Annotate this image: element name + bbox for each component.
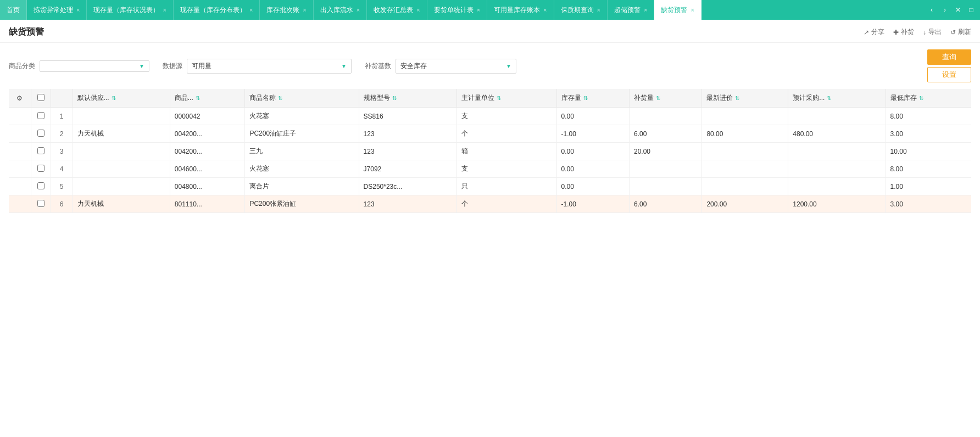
sort-goods-name-icon[interactable]: ⇅ bbox=[278, 95, 282, 101]
row-checkbox-cell bbox=[31, 125, 51, 143]
row-settings-cell bbox=[9, 125, 31, 143]
share-icon: ↗ bbox=[864, 29, 869, 36]
row-num: 5 bbox=[51, 178, 73, 195]
tab-close-exception[interactable]: × bbox=[76, 7, 80, 13]
page-header: 缺货预警 ↗ 分享 ✚ 补货 ↓ 导出 ↺ 刷新 bbox=[0, 20, 980, 43]
row-num: 1 bbox=[51, 108, 73, 125]
query-button[interactable]: 查询 bbox=[927, 49, 971, 65]
row-est-purchase bbox=[788, 178, 886, 195]
th-stock: 库存量 ⇅ bbox=[556, 89, 629, 108]
category-label: 商品分类 bbox=[9, 61, 35, 71]
table-body: 10000042火花塞SS816支0.008.002力天机械004200...P… bbox=[9, 108, 971, 213]
tab-close-stock-status[interactable]: × bbox=[163, 7, 166, 13]
tab-close-demand[interactable]: × bbox=[477, 7, 480, 13]
tab-stock-status[interactable]: 现存量（库存状况表）× bbox=[87, 0, 173, 20]
row-spec: 123 bbox=[359, 195, 457, 213]
row-checkbox[interactable] bbox=[37, 130, 44, 137]
tab-maximize[interactable]: □ bbox=[965, 3, 978, 16]
sort-price-icon[interactable]: ⇅ bbox=[735, 95, 739, 101]
row-latest-price: 80.00 bbox=[702, 125, 788, 143]
table-row: 10000042火花塞SS816支0.008.00 bbox=[9, 108, 971, 125]
settings-gear-icon[interactable]: ⚙ bbox=[16, 94, 23, 102]
tab-close-inout[interactable]: × bbox=[357, 7, 360, 13]
row-spec: 123 bbox=[359, 125, 457, 143]
export-icon: ↓ bbox=[923, 29, 926, 36]
replenish-icon: ✚ bbox=[893, 29, 899, 36]
tab-available[interactable]: 可用量库存账本× bbox=[487, 0, 554, 20]
sort-supplier-icon[interactable]: ⇅ bbox=[112, 95, 116, 101]
tab-stock-dist[interactable]: 现存量（库存分布表）× bbox=[174, 0, 260, 20]
tab-expiry[interactable]: 保质期查询× bbox=[554, 0, 608, 20]
tab-close-shortage[interactable]: × bbox=[691, 7, 694, 13]
row-unit: 支 bbox=[457, 108, 556, 125]
tab-batch[interactable]: 库存批次账× bbox=[260, 0, 313, 20]
row-replenish bbox=[630, 160, 702, 178]
row-checkbox[interactable] bbox=[37, 112, 44, 119]
refresh-button[interactable]: ↺ 刷新 bbox=[950, 27, 971, 37]
datasource-filter-group: 数据源 可用量 ▼ bbox=[163, 59, 352, 74]
row-checkbox-cell bbox=[31, 108, 51, 125]
row-num: 6 bbox=[51, 195, 73, 213]
row-unit: 只 bbox=[457, 178, 556, 195]
sort-unit-icon[interactable]: ⇅ bbox=[497, 95, 501, 101]
filter-bar: 商品分类 ▼ 数据源 可用量 ▼ 补货基数 安全库存 ▼ 查询 设置 bbox=[0, 43, 980, 89]
select-all-checkbox[interactable] bbox=[37, 94, 44, 101]
tab-close-stock-dist[interactable]: × bbox=[249, 7, 253, 13]
row-replenish bbox=[630, 108, 702, 125]
tab-collect[interactable]: 收发存汇总表× bbox=[367, 0, 427, 20]
sort-replenish-icon[interactable]: ⇅ bbox=[656, 95, 660, 101]
datasource-select[interactable]: 可用量 ▼ bbox=[187, 59, 352, 74]
basis-select[interactable]: 安全库存 ▼ bbox=[396, 59, 516, 74]
row-latest-price bbox=[702, 143, 788, 160]
tab-exception[interactable]: 拣货异常处理× bbox=[27, 0, 87, 20]
tab-scroll-left[interactable]: ‹ bbox=[925, 3, 938, 16]
row-checkbox[interactable] bbox=[37, 165, 44, 172]
row-unit: 支 bbox=[457, 160, 556, 178]
row-settings-cell bbox=[9, 195, 31, 213]
tab-close-overstock[interactable]: × bbox=[644, 7, 647, 13]
table-header-row: ⚙ 默认供应... ⇅ 商品... bbox=[9, 89, 971, 108]
row-checkbox[interactable] bbox=[37, 200, 44, 207]
tab-demand[interactable]: 要货单统计表× bbox=[427, 0, 487, 20]
sort-goods-code-icon[interactable]: ⇅ bbox=[196, 95, 200, 101]
table-row: 4004600...火花塞J7092支0.008.00 bbox=[9, 160, 971, 178]
sort-min-stock-icon[interactable]: ⇅ bbox=[919, 95, 923, 101]
row-latest-price bbox=[702, 108, 788, 125]
table-head: ⚙ 默认供应... ⇅ 商品... bbox=[9, 89, 971, 108]
tab-home[interactable]: 首页 bbox=[0, 0, 27, 20]
row-goods-name: 三九 bbox=[245, 143, 359, 160]
th-unit: 主计量单位 ⇅ bbox=[457, 89, 556, 108]
row-goods-name: 火花塞 bbox=[245, 108, 359, 125]
tab-close-expiry[interactable]: × bbox=[597, 7, 600, 13]
basis-arrow-icon: ▼ bbox=[506, 63, 511, 69]
row-checkbox[interactable] bbox=[37, 182, 44, 189]
tab-scroll-right[interactable]: › bbox=[938, 3, 951, 16]
tab-inout[interactable]: 出入库流水× bbox=[314, 0, 367, 20]
tab-shortage[interactable]: 缺货预警× bbox=[654, 0, 701, 20]
replenish-button[interactable]: ✚ 补货 bbox=[893, 27, 914, 37]
sort-spec-icon[interactable]: ⇅ bbox=[392, 95, 397, 101]
share-button[interactable]: ↗ 分享 bbox=[864, 27, 884, 37]
export-button[interactable]: ↓ 导出 bbox=[923, 27, 942, 37]
row-unit: 个 bbox=[457, 195, 556, 213]
row-checkbox[interactable] bbox=[37, 147, 44, 154]
tab-close-available[interactable]: × bbox=[543, 7, 547, 13]
row-min-stock: 3.00 bbox=[886, 195, 971, 213]
tab-overstock[interactable]: 超储预警× bbox=[608, 0, 654, 20]
th-supplier: 默认供应... ⇅ bbox=[73, 89, 170, 108]
tab-close-batch[interactable]: × bbox=[303, 7, 306, 13]
tab-close-collect[interactable]: × bbox=[416, 7, 420, 13]
row-goods-name: 火花塞 bbox=[245, 160, 359, 178]
row-num: 4 bbox=[51, 160, 73, 178]
table-container: ⚙ 默认供应... ⇅ 商品... bbox=[0, 89, 980, 213]
sort-stock-icon[interactable]: ⇅ bbox=[583, 95, 588, 101]
basis-label: 补货基数 bbox=[365, 61, 391, 71]
sort-est-icon[interactable]: ⇅ bbox=[827, 95, 831, 101]
th-checkbox bbox=[31, 89, 51, 108]
th-est-purchase: 预计采购... ⇅ bbox=[788, 89, 886, 108]
settings-button[interactable]: 设置 bbox=[927, 67, 971, 82]
th-replenish: 补货量 ⇅ bbox=[630, 89, 702, 108]
category-select[interactable]: ▼ bbox=[40, 60, 149, 72]
row-goods-name: 离合片 bbox=[245, 178, 359, 195]
tab-close-all[interactable]: ✕ bbox=[951, 3, 965, 16]
